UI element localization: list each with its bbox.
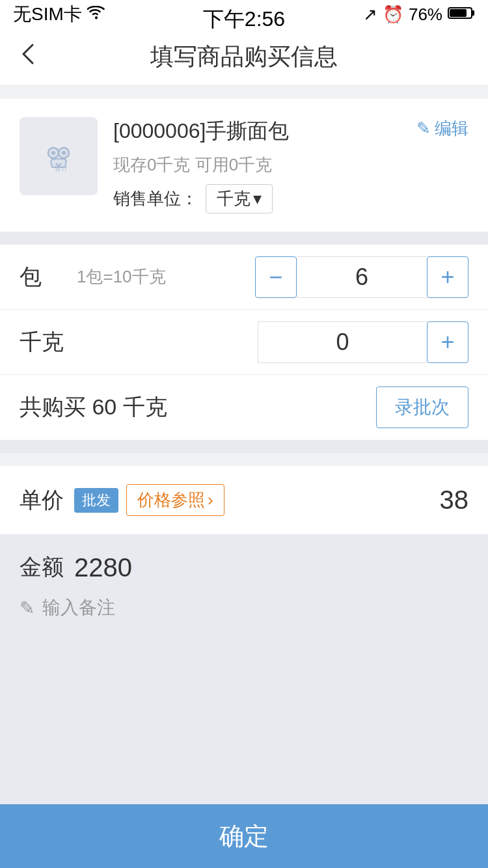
status-right: ↗ ⏰ 76% xyxy=(363,5,475,25)
price-row: 单价 批发 价格参照 › 38 xyxy=(20,484,468,516)
price-tag: 批发 xyxy=(74,488,118,513)
battery-icon xyxy=(448,5,475,25)
product-name: [0000006]手撕面包 xyxy=(113,117,468,146)
pencil-icon: ✎ xyxy=(20,597,34,619)
unit-select[interactable]: 千克 ▾ xyxy=(206,184,273,213)
edit-icon: ✎ xyxy=(416,118,431,139)
edit-button[interactable]: ✎ 编辑 xyxy=(416,117,468,140)
amount-label: 金额 xyxy=(20,552,64,582)
divider-2 xyxy=(0,440,488,453)
price-value: 38 xyxy=(440,485,469,515)
price-label: 单价 xyxy=(20,485,64,515)
battery-text: 76% xyxy=(409,5,442,25)
product-unit-row: 销售单位： 千克 ▾ xyxy=(113,184,468,213)
product-card: 智计 [0000006]手撕面包 现存0千克 可用0千克 销售单位： 千克 ▾ … xyxy=(0,99,488,232)
carrier-text: 无SIM卡 xyxy=(13,2,82,27)
price-section: 单价 批发 价格参照 › 38 xyxy=(0,466,488,534)
product-stock: 现存0千克 可用0千克 xyxy=(113,154,468,176)
svg-point-6 xyxy=(51,151,55,155)
chevron-right-icon: › xyxy=(208,490,213,510)
kg-label: 千克 xyxy=(20,327,72,357)
back-button[interactable] xyxy=(18,40,36,74)
location-icon: ↗ xyxy=(363,5,377,25)
page-title: 填写商品购买信息 xyxy=(150,41,338,73)
package-sub-label: 1包=10千克 xyxy=(77,265,255,288)
product-image: 智计 xyxy=(20,117,98,195)
kg-row: 千克 + xyxy=(0,310,488,375)
package-plus-button[interactable]: + xyxy=(427,256,468,298)
kg-plus-button[interactable]: + xyxy=(427,321,468,363)
kg-qty-control: + xyxy=(258,321,468,363)
input-section: 包 1包=10千克 − + 千克 + 共购买 60 千克 录批次 xyxy=(0,245,488,440)
svg-text:智计: 智计 xyxy=(55,165,68,172)
total-text: 共购买 60 千克 xyxy=(20,392,167,422)
total-row: 共购买 60 千克 录批次 xyxy=(0,375,488,440)
remark-text: 输入备注 xyxy=(42,595,115,620)
amount-value: 2280 xyxy=(74,553,132,582)
batch-button[interactable]: 录批次 xyxy=(376,387,468,428)
remark-row[interactable]: ✎ 输入备注 xyxy=(20,595,468,620)
svg-point-7 xyxy=(62,151,66,155)
nav-bar: 填写商品购买信息 xyxy=(0,29,488,86)
divider-1 xyxy=(0,232,488,245)
amount-row: 金额 2280 xyxy=(20,552,468,582)
status-left: 无SIM卡 xyxy=(13,2,105,27)
amount-section: 金额 2280 ✎ 输入备注 xyxy=(0,534,488,633)
price-ref-button[interactable]: 价格参照 › xyxy=(126,484,224,516)
package-qty-input[interactable] xyxy=(297,256,427,298)
wifi-icon xyxy=(87,4,105,25)
package-qty-control: − + xyxy=(255,256,468,298)
kg-qty-input[interactable] xyxy=(258,321,427,363)
package-label: 包 xyxy=(20,262,72,292)
svg-point-0 xyxy=(95,17,98,20)
package-minus-button[interactable]: − xyxy=(255,256,297,298)
status-bar: 无SIM卡 下午2:56 ↗ ⏰ 76% xyxy=(0,0,488,29)
package-row: 包 1包=10千克 − + xyxy=(0,245,488,310)
svg-rect-2 xyxy=(472,10,474,16)
confirm-button[interactable]: 确定 xyxy=(0,804,488,868)
dropdown-icon: ▾ xyxy=(253,189,262,209)
svg-rect-3 xyxy=(450,9,467,17)
unit-label: 销售单位： xyxy=(113,187,198,210)
product-info: [0000006]手撕面包 现存0千克 可用0千克 销售单位： 千克 ▾ xyxy=(113,117,468,213)
alarm-icon: ⏰ xyxy=(383,5,403,25)
